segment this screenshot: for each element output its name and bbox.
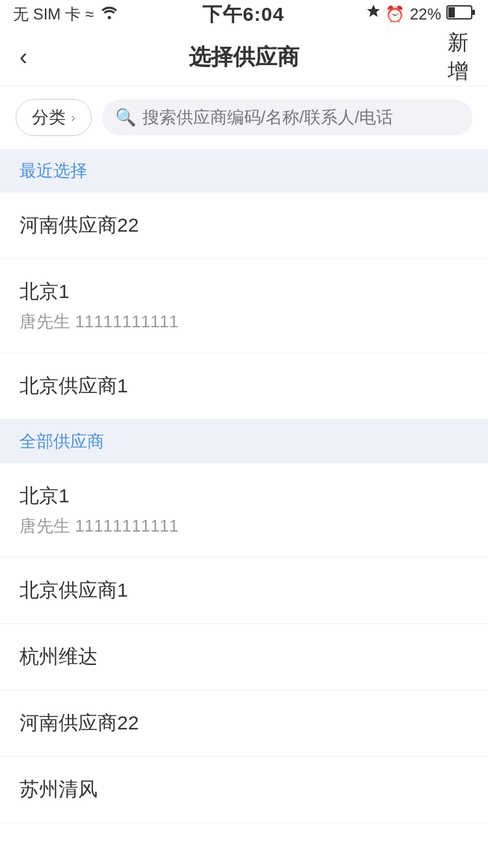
item-name: 北京1 — [20, 483, 468, 509]
item-contact: 唐先生 11111111111 — [20, 310, 468, 333]
list-item[interactable]: 北京供应商1 — [0, 353, 488, 420]
alarm-icon: ⏰ — [385, 5, 405, 23]
chevron-right-icon: › — [71, 110, 75, 125]
list-item[interactable]: 北京供应商1 — [0, 558, 488, 624]
nav-bar: ‹ 选择供应商 新增 — [0, 29, 488, 86]
list-item[interactable]: 北京1 唐先生 11111111111 — [0, 463, 488, 558]
item-contact: 唐先生 11111111111 — [20, 515, 468, 537]
item-name: 北京供应商1 — [20, 373, 468, 400]
svg-point-0 — [107, 16, 111, 20]
recent-section-header: 最近选择 — [0, 149, 488, 193]
location-icon — [367, 5, 380, 24]
new-button[interactable]: 新增 — [429, 29, 468, 86]
recent-list: 河南供应商22 北京1 唐先生 11111111111 北京供应商1 — [0, 193, 488, 420]
all-section-label: 全部供应商 — [20, 431, 104, 451]
filter-bar: 分类 › 🔍 — [0, 86, 488, 149]
all-list: 北京1 唐先生 11111111111 北京供应商1 杭州维达 河南供应商22 … — [0, 463, 488, 823]
item-name: 河南供应商22 — [20, 212, 468, 239]
item-name: 河南供应商22 — [20, 710, 468, 737]
sim-text: 无 SIM 卡 ≈ — [13, 4, 94, 25]
search-input[interactable] — [142, 107, 459, 128]
item-name: 北京供应商1 — [20, 577, 468, 604]
list-item[interactable]: 苏州清风 — [0, 757, 488, 823]
search-icon: 🔍 — [115, 107, 136, 128]
battery-icon — [446, 5, 475, 23]
category-button[interactable]: 分类 › — [16, 99, 92, 136]
category-label: 分类 — [32, 106, 66, 129]
nav-title: 选择供应商 — [59, 42, 429, 72]
status-bar: 无 SIM 卡 ≈ 下午6:04 ⏰ 22% — [0, 0, 488, 29]
status-time: 下午6:04 — [202, 1, 284, 28]
item-name: 杭州维达 — [20, 644, 468, 670]
battery-text: 22% — [410, 5, 441, 23]
search-bar: 🔍 — [102, 100, 472, 135]
item-name: 苏州清风 — [20, 776, 468, 803]
list-item[interactable]: 北京1 唐先生 11111111111 — [0, 259, 488, 353]
recent-section-label: 最近选择 — [20, 161, 87, 180]
status-left: 无 SIM 卡 ≈ — [13, 4, 120, 25]
svg-rect-3 — [472, 10, 475, 15]
list-item[interactable]: 河南供应商22 — [0, 690, 488, 757]
back-button[interactable]: ‹ — [20, 44, 59, 71]
list-item[interactable]: 杭州维达 — [0, 624, 488, 690]
all-section-header: 全部供应商 — [0, 420, 488, 463]
status-right: ⏰ 22% — [367, 5, 475, 24]
list-item[interactable]: 河南供应商22 — [0, 193, 488, 259]
wifi-icon — [99, 5, 120, 23]
item-name: 北京1 — [20, 278, 468, 305]
svg-rect-2 — [448, 7, 455, 18]
